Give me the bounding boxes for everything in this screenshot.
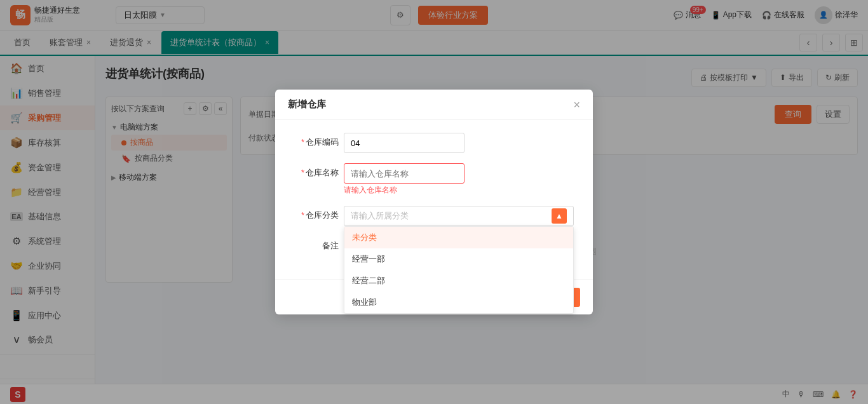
name-field-label: 仓库名称: [294, 163, 339, 178]
modal-title: 新增仓库: [288, 98, 326, 111]
code-field-wrap: [344, 133, 574, 153]
dropdown-option-2[interactable]: 经营二部: [344, 270, 573, 292]
dropdown-option-0[interactable]: 未分类: [344, 227, 573, 248]
note-field-label: 备注: [294, 236, 339, 252]
modal-overlay[interactable]: 新增仓库 × 仓库编码 仓库名称 请输入仓库名称 仓库分类: [0, 0, 868, 404]
modal-close-button[interactable]: ×: [573, 99, 580, 111]
dropdown-option-1[interactable]: 经营一部: [344, 248, 573, 270]
code-input[interactable]: [344, 133, 465, 153]
category-field-label: 仓库分类: [294, 206, 339, 221]
dropdown-option-3[interactable]: 物业部: [344, 292, 573, 313]
category-field-row: 仓库分类 请输入所属分类 ▲ 未分类 经营一部 经营二部 物业部: [294, 206, 574, 226]
code-field-row: 仓库编码: [294, 133, 574, 153]
modal-body: 仓库编码 仓库名称 请输入仓库名称 仓库分类 请输入所属分类: [275, 120, 593, 279]
category-dropdown: 请输入所属分类 ▲ 未分类 经营一部 经营二部 物业部: [344, 206, 574, 226]
name-field-row: 仓库名称 请输入仓库名称: [294, 163, 574, 196]
category-placeholder: 请输入所属分类: [351, 210, 409, 222]
modal-header: 新增仓库 ×: [275, 90, 593, 120]
code-field-label: 仓库编码: [294, 133, 339, 148]
name-input[interactable]: [344, 163, 465, 184]
category-dropdown-list: 未分类 经营一部 经营二部 物业部: [344, 226, 574, 314]
name-field-wrap: 请输入仓库名称: [344, 163, 574, 196]
name-field-error: 请输入仓库名称: [344, 185, 574, 196]
category-trigger[interactable]: 请输入所属分类 ▲: [344, 206, 574, 226]
dropdown-arrow-icon[interactable]: ▲: [552, 208, 567, 224]
new-warehouse-modal: 新增仓库 × 仓库编码 仓库名称 请输入仓库名称 仓库分类: [275, 90, 593, 314]
